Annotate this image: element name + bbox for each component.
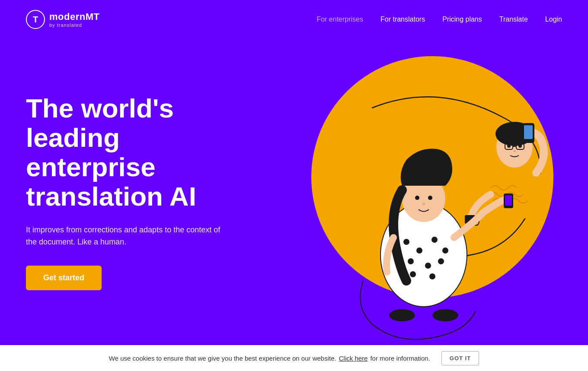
svg-point-4 (518, 144, 522, 148)
hero-title: The world's leading enterprise translati… (26, 94, 268, 212)
logo[interactable]: T modernMT by translated (26, 10, 99, 29)
hero-subtitle: It improves from corrections and adapts … (26, 224, 225, 249)
hero-text-block: The world's leading enterprise translati… (26, 94, 268, 290)
svg-point-16 (442, 247, 448, 254)
got-it-button[interactable]: GOT IT (441, 351, 479, 365)
nav-for-enterprises[interactable]: For enterprises (316, 16, 363, 23)
hero-illustration (285, 30, 588, 341)
svg-point-18 (425, 263, 431, 269)
svg-point-13 (403, 239, 409, 245)
svg-point-23 (415, 196, 419, 200)
svg-point-3 (507, 144, 511, 148)
svg-rect-26 (505, 195, 512, 206)
cookie-message: We use cookies to ensure that we give yo… (109, 355, 336, 362)
logo-main-text: modernMT (49, 11, 99, 22)
logo-icon: T (26, 10, 45, 29)
cookie-after-link: for more information. (370, 355, 430, 362)
svg-point-27 (389, 309, 415, 321)
header: T modernMT by translated For enterprises… (0, 0, 588, 39)
svg-point-20 (410, 271, 416, 277)
nav-translate[interactable]: Translate (499, 16, 528, 23)
hero-section: The world's leading enterprise translati… (0, 39, 588, 345)
cookie-link[interactable]: Click here (339, 355, 368, 362)
svg-point-21 (429, 273, 435, 279)
get-started-button[interactable]: Get started (26, 266, 102, 290)
svg-point-14 (416, 247, 422, 254)
nav-login[interactable]: Login (545, 16, 562, 23)
nav-for-translators[interactable]: For translators (380, 16, 425, 23)
svg-point-17 (408, 258, 414, 264)
svg-point-15 (431, 237, 438, 243)
svg-point-28 (432, 309, 458, 321)
cookie-bar: We use cookies to ensure that we give yo… (0, 345, 588, 371)
svg-rect-9 (524, 125, 533, 139)
svg-point-19 (438, 258, 444, 264)
nav-pricing-plans[interactable]: Pricing plans (442, 16, 482, 23)
logo-sub-text: by translated (49, 22, 99, 28)
svg-point-24 (428, 196, 432, 200)
characters-illustration (285, 30, 588, 341)
main-nav: For enterprises For translators Pricing … (316, 16, 562, 23)
